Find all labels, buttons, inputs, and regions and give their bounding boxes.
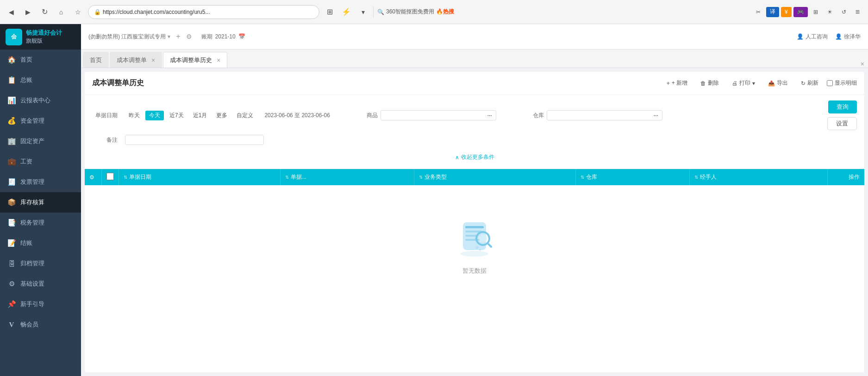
- sidebar-item-member[interactable]: V 畅会员: [0, 314, 81, 335]
- company-settings-button[interactable]: ⚙: [186, 33, 192, 40]
- sidebar-item-general-ledger[interactable]: 📋 总账: [0, 70, 81, 90]
- sidebar-item-fixed-assets[interactable]: 🏢 固定资产: [0, 131, 81, 151]
- export-button[interactable]: 📤 导出: [763, 77, 793, 89]
- export-label: 导出: [777, 79, 788, 87]
- svg-line-8: [487, 243, 491, 247]
- star-button[interactable]: ☆: [71, 6, 84, 19]
- tab-cost-adjust-history-label: 成本调整单历史: [170, 56, 212, 64]
- sort-biztype-icon[interactable]: ⇅: [419, 175, 423, 180]
- browser-chrome: ◀ ▶ ↻ ⌂ ☆ 🔒 https://cloud.chanjet.com/ac…: [0, 0, 868, 24]
- add-button[interactable]: + + 新增: [662, 77, 692, 89]
- custom-btn[interactable]: 自定义: [233, 111, 257, 120]
- topbar-right: 👤 人工咨询 👤 徐泽华: [797, 33, 861, 41]
- add-icon: +: [667, 80, 670, 87]
- back-button[interactable]: ◀: [5, 6, 18, 19]
- chevron-down-icon: ▾: [168, 33, 170, 40]
- filter-row-remark: 备注: [92, 135, 857, 145]
- company-selector[interactable]: (勿删勿禁用) 江西服宝测试专用 ▾: [88, 33, 170, 41]
- close-tab-history-icon[interactable]: ×: [217, 56, 220, 64]
- page-title: 成本调整单历史: [92, 78, 144, 88]
- guide-icon: 📌: [7, 300, 16, 308]
- svg-rect-5: [465, 239, 480, 241]
- sidebar-item-tax[interactable]: 📑 税务管理: [0, 213, 81, 233]
- month-btn[interactable]: 近1月: [189, 111, 211, 120]
- search-tool[interactable]: 🔍 360智能抠图免费用 🔥热搜: [377, 8, 454, 16]
- delete-button[interactable]: 🗑 删除: [696, 77, 724, 89]
- invoice-icon: 🧾: [7, 178, 16, 186]
- tab-home-label: 首页: [90, 56, 102, 64]
- tab-cost-adjust-history[interactable]: 成本调整单历史 ×: [163, 52, 227, 68]
- dropdown-button[interactable]: ▾: [356, 6, 369, 19]
- logo-text: 畅捷通好会计 旗舰版: [26, 29, 62, 45]
- today-btn[interactable]: 今天: [145, 111, 164, 120]
- grid-button[interactable]: ⊞: [810, 7, 822, 17]
- refresh-button[interactable]: ↻ 刷新: [796, 77, 823, 89]
- tab-cost-adjust[interactable]: 成本调整单 ×: [110, 52, 162, 68]
- translate-button[interactable]: 译: [766, 7, 779, 17]
- sidebar-item-settings[interactable]: ⚙ 基础设置: [0, 274, 81, 294]
- settings-query-button[interactable]: 设置: [827, 117, 857, 130]
- sort-warehouse-icon[interactable]: ⇅: [581, 175, 584, 180]
- sidebar-item-home[interactable]: 🏠 首页: [0, 50, 81, 70]
- sort-operator-icon[interactable]: ⇅: [694, 175, 698, 180]
- sidebar-item-closing[interactable]: 📝 结账: [0, 233, 81, 253]
- filter-area: 单据日期 昨天 今天 近7天 近1月 更多 自定义 2023-06-06 至 2…: [85, 95, 864, 169]
- home-button[interactable]: ⌂: [55, 6, 68, 19]
- close-all-icon[interactable]: ×: [861, 60, 864, 68]
- wallet-button[interactable]: ¥: [781, 7, 792, 17]
- biztype-column-label: 业务类型: [425, 173, 447, 181]
- game-button[interactable]: 🎮: [793, 7, 808, 17]
- inventory-icon: 📦: [7, 198, 16, 207]
- sort-asc-icon[interactable]: ⇅: [124, 175, 127, 180]
- refresh-icon: ↻: [801, 80, 806, 87]
- scissors-button[interactable]: ✂: [752, 7, 764, 17]
- select-all-checkbox[interactable]: [106, 173, 114, 180]
- extensions-button[interactable]: ⊞: [323, 6, 336, 19]
- tab-home[interactable]: 首页: [83, 52, 109, 68]
- sidebar-item-finance[interactable]: 💰 资金管理: [0, 111, 81, 131]
- warehouse-label: 仓库: [518, 112, 544, 119]
- add-company-button[interactable]: +: [176, 32, 180, 41]
- forward-button[interactable]: ▶: [21, 6, 34, 19]
- menu-button[interactable]: ≡: [852, 7, 863, 17]
- collapse-icon: ∧: [455, 154, 459, 161]
- sidebar-item-label: 云报表中心: [20, 96, 50, 105]
- empty-text: 暂无数据: [462, 267, 487, 275]
- sidebar-item-invoice[interactable]: 🧾 发票管理: [0, 172, 81, 192]
- sidebar-item-guide[interactable]: 📌 新手引导: [0, 294, 81, 314]
- tab-close-all[interactable]: ×: [861, 60, 868, 68]
- date-quick-buttons: 昨天 今天 近7天 近1月 更多 自定义: [125, 111, 257, 120]
- gear-column-header[interactable]: ⚙: [85, 169, 101, 185]
- print-button[interactable]: 🖨 打印 ▾: [727, 77, 760, 89]
- user-icon: 👤: [835, 33, 842, 40]
- fast-button[interactable]: ⚡: [340, 6, 353, 19]
- display-toggle-checkbox[interactable]: [827, 80, 833, 86]
- sidebar-item-inventory[interactable]: 📦 库存核算: [0, 192, 81, 213]
- close-tab-cost-adjust-icon[interactable]: ×: [151, 56, 155, 64]
- data-table: ⚙ ⇅ 单据日期: [85, 169, 864, 185]
- yesterday-btn[interactable]: 昨天: [125, 111, 144, 120]
- warehouse-column-label: 仓库: [586, 173, 597, 181]
- sidebar-item-salary[interactable]: 💼 工资: [0, 151, 81, 172]
- sidebar-item-archive[interactable]: 🗄 归档管理: [0, 253, 81, 274]
- sun-button[interactable]: ☀: [824, 7, 836, 17]
- consult-button[interactable]: 👤 人工咨询: [797, 33, 828, 41]
- table-gear-icon[interactable]: ⚙: [89, 174, 94, 181]
- query-button[interactable]: 查询: [828, 100, 857, 113]
- display-toggle[interactable]: 显示明细: [827, 79, 857, 87]
- goods-filter: 商品 ···: [352, 110, 496, 120]
- sort-docno-icon[interactable]: ⇅: [285, 175, 289, 180]
- refresh-button[interactable]: ↻: [38, 6, 51, 19]
- warehouse-select[interactable]: ···: [547, 110, 662, 120]
- remark-input[interactable]: [125, 135, 264, 145]
- user-menu[interactable]: 👤 徐泽华: [835, 33, 861, 41]
- address-bar[interactable]: 🔒 https://cloud.chanjet.com/accounting/u…: [88, 5, 319, 19]
- empty-illustration: [451, 213, 498, 259]
- undo-button[interactable]: ↺: [838, 7, 850, 17]
- more-btn[interactable]: 更多: [212, 111, 231, 120]
- collapse-button[interactable]: ∧ 收起更多条件: [455, 153, 494, 161]
- goods-select[interactable]: ···: [381, 110, 496, 120]
- delete-icon: 🗑: [700, 80, 706, 87]
- week-btn[interactable]: 近7天: [166, 111, 187, 120]
- sidebar-item-reports[interactable]: 📊 云报表中心: [0, 90, 81, 111]
